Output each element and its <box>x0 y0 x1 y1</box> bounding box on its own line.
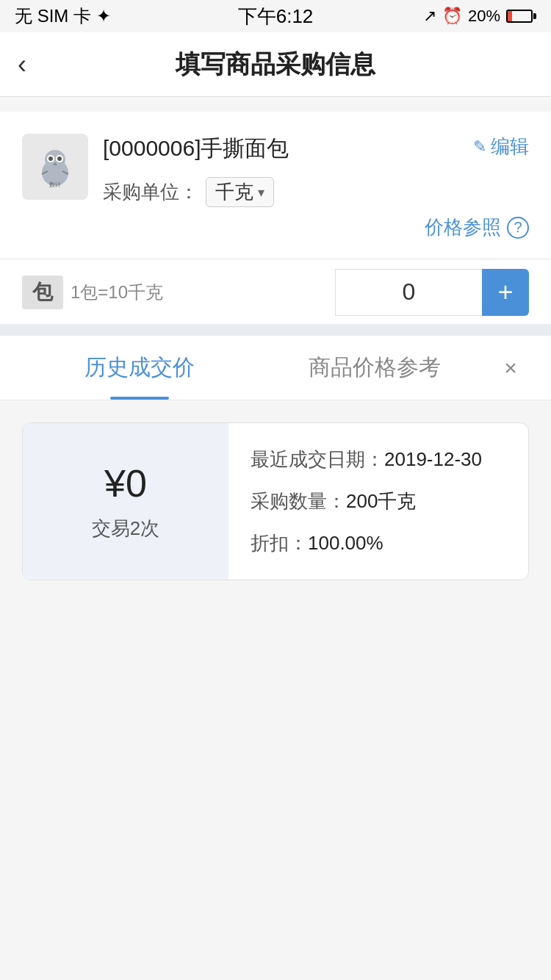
edit-label: 编辑 <box>491 134 529 159</box>
product-header: 数计 [0000006]手撕面包 采购单位： 千克 ▾ ✎ <box>22 134 529 207</box>
svg-point-4 <box>48 156 53 161</box>
price-ref-link[interactable]: 价格参照 <box>425 215 501 240</box>
status-time: 下午6:12 <box>238 4 314 29</box>
price-detail-qty-label: 采购数量： <box>251 490 346 512</box>
location-icon: ↗ <box>423 7 436 26</box>
history-content: ¥0 交易2次 最近成交日期：2019-12-30 采购数量：200千克 折扣：… <box>0 400 551 841</box>
price-detail-date: 最近成交日期：2019-12-30 <box>251 445 506 474</box>
back-button[interactable]: ‹ <box>18 49 26 80</box>
product-info: [0000006]手撕面包 采购单位： 千克 ▾ <box>103 134 289 207</box>
edit-button[interactable]: ✎ 编辑 <box>473 134 529 159</box>
page-title: 填写商品采购信息 <box>176 48 375 82</box>
tab-history-label: 历史成交价 <box>84 353 195 383</box>
svg-point-5 <box>57 156 62 161</box>
price-trades: 交易2次 <box>92 516 159 541</box>
nav-bar: ‹ 填写商品采购信息 <box>0 32 551 97</box>
no-sim-text: 无 SIM 卡 ✦ <box>15 4 111 28</box>
product-image: 数计 <box>33 145 77 189</box>
qty-conversion: 1包=10千克 <box>71 281 163 304</box>
product-left: 数计 [0000006]手撕面包 采购单位： 千克 ▾ <box>22 134 473 207</box>
tab-history-underline <box>110 397 169 400</box>
tab-reference-label: 商品价格参考 <box>309 353 441 383</box>
price-card-left: ¥0 交易2次 <box>23 423 228 580</box>
product-thumbnail: 数计 <box>22 134 88 200</box>
price-detail-qty: 采购数量：200千克 <box>251 487 506 516</box>
quantity-plus-button[interactable]: + <box>482 269 529 316</box>
quantity-label: 包 1包=10千克 <box>22 275 163 309</box>
product-unit-row: 采购单位： 千克 ▾ <box>103 177 289 207</box>
svg-text:数计: 数计 <box>49 181 61 188</box>
price-detail-date-value: 2019-12-30 <box>384 448 482 470</box>
quantity-control: 0 + <box>335 269 529 316</box>
battery-percent: 20% <box>468 7 500 26</box>
tab-reference[interactable]: 商品价格参考 <box>257 336 492 400</box>
section-divider <box>0 324 551 336</box>
status-carrier: 无 SIM 卡 ✦ <box>15 4 111 28</box>
qty-unit-badge: 包 <box>22 275 63 309</box>
price-ref-row: 价格参照 ? <box>22 215 529 240</box>
price-detail-discount-label: 折扣： <box>251 532 308 554</box>
quantity-row: 包 1包=10千克 0 + <box>0 259 551 324</box>
price-detail-qty-value: 200千克 <box>346 490 416 512</box>
battery-icon <box>506 10 536 23</box>
status-bar: 无 SIM 卡 ✦ 下午6:12 ↗ ⏰ 20% <box>0 0 551 32</box>
product-id: [0000006] <box>103 136 201 160</box>
unit-selector[interactable]: 千克 ▾ <box>206 177 274 207</box>
status-right-group: ↗ ⏰ 20% <box>423 7 536 26</box>
price-ref-help-icon[interactable]: ? <box>507 217 529 239</box>
tabs-row: 历史成交价 商品价格参考 × <box>0 336 551 400</box>
unit-dropdown-arrow: ▾ <box>258 184 264 201</box>
unit-value: 千克 <box>215 179 253 205</box>
product-title: 手撕面包 <box>201 136 289 160</box>
alarm-icon: ⏰ <box>442 7 462 26</box>
price-card-right: 最近成交日期：2019-12-30 采购数量：200千克 折扣：100.00% <box>228 423 528 580</box>
price-detail-date-label: 最近成交日期： <box>251 448 384 470</box>
price-detail-discount: 折扣：100.00% <box>251 529 506 558</box>
brand-logo-icon: 数计 <box>33 145 77 189</box>
tab-history[interactable]: 历史成交价 <box>22 336 257 400</box>
product-card: 数计 [0000006]手撕面包 采购单位： 千克 ▾ ✎ <box>0 112 551 258</box>
price-amount: ¥0 <box>104 461 147 505</box>
unit-label: 采购单位： <box>103 179 198 205</box>
price-detail-discount-value: 100.00% <box>308 532 383 554</box>
product-name: [0000006]手撕面包 <box>103 134 289 164</box>
tab-close-button[interactable]: × <box>492 350 529 386</box>
edit-icon: ✎ <box>473 137 486 156</box>
quantity-input[interactable]: 0 <box>335 269 482 316</box>
price-card: ¥0 交易2次 最近成交日期：2019-12-30 采购数量：200千克 折扣：… <box>22 422 529 580</box>
